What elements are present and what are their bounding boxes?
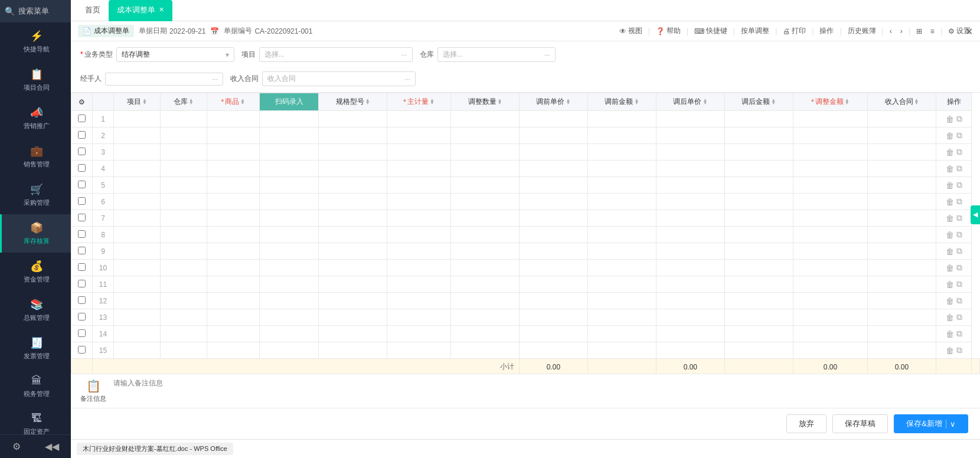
cell-project-15[interactable] (114, 342, 161, 359)
biz-type-select[interactable]: 结存调整 ▾ (116, 47, 234, 62)
delete-row-8[interactable]: 🗑 (946, 230, 954, 240)
cell-post-price-4[interactable] (656, 161, 724, 177)
delete-row-12[interactable]: 🗑 (946, 296, 954, 306)
cell-post-amount-2[interactable] (724, 127, 793, 144)
cell-project-6[interactable] (114, 194, 161, 210)
cell-checkbox-12[interactable] (71, 293, 93, 309)
th-unit[interactable]: *主计量▲▼ (387, 93, 451, 111)
th-post-amount[interactable]: 调后金额▲▼ (724, 93, 793, 111)
cell-goods-13[interactable] (207, 309, 259, 326)
sidebar-item-quick-nav[interactable]: ⚡ 快捷导航 (0, 22, 71, 61)
cell-income-contract-8[interactable] (868, 227, 936, 243)
cell-goods-7[interactable] (207, 210, 259, 227)
cell-warehouse-14[interactable] (160, 326, 207, 342)
cell-adj-amount-11[interactable] (793, 276, 867, 293)
sidebar-item-sales-mgmt[interactable]: 💼 销售管理 (0, 138, 71, 176)
copy-row-6[interactable]: ⧉ (956, 197, 962, 207)
copy-row-8[interactable]: ⧉ (956, 230, 962, 240)
cell-spec-10[interactable] (319, 260, 387, 276)
cell-pre-price-5[interactable] (519, 177, 587, 194)
cell-adj-amount-10[interactable] (793, 260, 867, 276)
th-income-contract[interactable]: 收入合同▲▼ (868, 93, 936, 111)
cell-post-price-13[interactable] (656, 309, 724, 326)
table-row[interactable]: 3 🗑 ⧉ (71, 144, 980, 161)
cell-warehouse-11[interactable] (160, 276, 207, 293)
tab-home[interactable]: 首页 (77, 0, 109, 21)
cell-post-price-9[interactable] (656, 243, 724, 260)
th-pre-amount[interactable]: 调前金额▲▼ (587, 93, 656, 111)
cell-post-amount-6[interactable] (724, 194, 793, 210)
copy-row-13[interactable]: ⧉ (956, 312, 962, 322)
delete-row-6[interactable]: 🗑 (946, 197, 954, 207)
cell-income-contract-2[interactable] (868, 127, 936, 144)
cell-post-price-7[interactable] (656, 210, 724, 227)
cell-pre-price-15[interactable] (519, 342, 587, 359)
income-contract-input[interactable]: 收入合同 ··· (262, 71, 416, 86)
cell-warehouse-4[interactable] (160, 161, 207, 177)
cell-pre-amount-13[interactable] (587, 309, 656, 326)
cell-pre-amount-12[interactable] (587, 293, 656, 309)
cell-scan-8[interactable] (259, 227, 319, 243)
cell-pre-price-9[interactable] (519, 243, 587, 260)
cell-pre-price-11[interactable] (519, 276, 587, 293)
cell-adj-amount-7[interactable] (793, 210, 867, 227)
cell-goods-1[interactable] (207, 111, 259, 127)
cell-unit-9[interactable] (387, 243, 451, 260)
cell-scan-5[interactable] (259, 177, 319, 194)
cell-goods-14[interactable] (207, 326, 259, 342)
cell-project-7[interactable] (114, 210, 161, 227)
delete-row-14[interactable]: 🗑 (946, 329, 954, 339)
table-row[interactable]: 13 🗑 ⧉ (71, 309, 980, 326)
nav-prev-button[interactable]: ‹ (887, 26, 894, 37)
cell-pre-price-1[interactable] (519, 111, 587, 127)
discard-button[interactable]: 放弃 (786, 414, 827, 433)
cell-income-contract-1[interactable] (868, 111, 936, 127)
cell-pre-price-4[interactable] (519, 161, 587, 177)
cell-adj-amount-14[interactable] (793, 326, 867, 342)
cell-post-price-3[interactable] (656, 144, 724, 161)
cell-warehouse-8[interactable] (160, 227, 207, 243)
cell-warehouse-6[interactable] (160, 194, 207, 210)
cell-adj-amount-9[interactable] (793, 243, 867, 260)
th-spec[interactable]: 规格型号▲▼ (319, 93, 387, 111)
save-new-button[interactable]: 保存&新增 ∨ (894, 414, 968, 433)
cell-project-8[interactable] (114, 227, 161, 243)
cell-checkbox-8[interactable] (71, 227, 93, 243)
copy-row-15[interactable]: ⧉ (956, 345, 962, 355)
cell-income-contract-6[interactable] (868, 194, 936, 210)
cell-checkbox-15[interactable] (71, 342, 93, 359)
cell-pre-amount-3[interactable] (587, 144, 656, 161)
copy-row-7[interactable]: ⧉ (956, 213, 962, 223)
copy-row-9[interactable]: ⧉ (956, 246, 962, 256)
cell-warehouse-5[interactable] (160, 177, 207, 194)
cell-project-11[interactable] (114, 276, 161, 293)
cell-unit-10[interactable] (387, 260, 451, 276)
cell-project-4[interactable] (114, 161, 161, 177)
cell-adj-qty-1[interactable] (451, 111, 520, 127)
cell-pre-price-7[interactable] (519, 210, 587, 227)
cell-adj-amount-1[interactable] (793, 111, 867, 127)
cell-goods-2[interactable] (207, 127, 259, 144)
th-pre-price[interactable]: 调前单价▲▼ (519, 93, 587, 111)
copy-row-5[interactable]: ⧉ (956, 180, 962, 190)
cell-income-contract-9[interactable] (868, 243, 936, 260)
history-button[interactable]: 历史账簿 (845, 25, 878, 37)
cell-pre-amount-15[interactable] (587, 342, 656, 359)
save-new-dropdown-icon[interactable]: ∨ (946, 420, 956, 428)
cell-income-contract-3[interactable] (868, 144, 936, 161)
grid-view-button[interactable]: ⊞ (914, 26, 925, 37)
cell-scan-7[interactable] (259, 210, 319, 227)
cell-goods-12[interactable] (207, 293, 259, 309)
cell-project-14[interactable] (114, 326, 161, 342)
cell-pre-price-14[interactable] (519, 326, 587, 342)
sidebar-collapse-icon[interactable]: ◀◀ (45, 441, 59, 452)
copy-row-2[interactable]: ⧉ (956, 130, 962, 140)
delete-row-10[interactable]: 🗑 (946, 263, 954, 273)
cell-goods-10[interactable] (207, 260, 259, 276)
cell-adj-amount-2[interactable] (793, 127, 867, 144)
cell-spec-1[interactable] (319, 111, 387, 127)
cell-scan-4[interactable] (259, 161, 319, 177)
cell-income-contract-4[interactable] (868, 161, 936, 177)
table-row[interactable]: 1 🗑 ⧉ (71, 111, 980, 127)
cell-checkbox-6[interactable] (71, 194, 93, 210)
